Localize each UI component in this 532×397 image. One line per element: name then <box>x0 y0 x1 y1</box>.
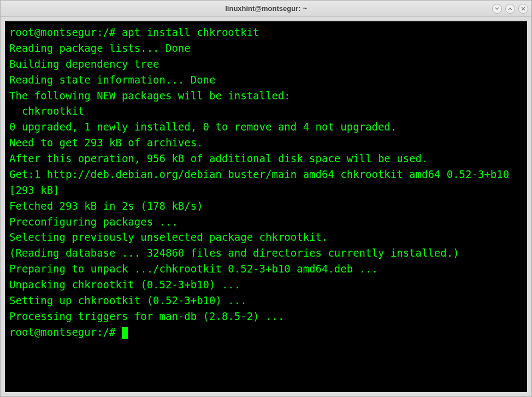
output-line: 0 upgraded, 1 newly installed, 0 to remo… <box>9 119 523 135</box>
window-title: linuxhint@montsegur: ~ <box>225 4 307 13</box>
output-line: After this operation, 956 kB of addition… <box>9 151 523 167</box>
cursor <box>122 327 128 339</box>
output-line: Setting up chkrootkit (0.52-3+b10) ... <box>9 293 523 309</box>
output-line: Preparing to unpack .../chkrootkit_0.52-… <box>9 261 523 277</box>
output-line: Selecting previously unselected package … <box>9 229 523 245</box>
close-button[interactable] <box>518 4 528 14</box>
output-line: The following NEW packages will be insta… <box>9 88 523 104</box>
prompt: root@montsegur:/# <box>9 326 122 338</box>
prompt: root@montsegur:/# <box>9 26 122 38</box>
maximize-button[interactable] <box>505 4 515 14</box>
command-text: apt install chkrootkit <box>122 26 259 38</box>
output-line: Reading state information... Done <box>9 72 523 88</box>
terminal-window: linuxhint@montsegur: ~ root@montsegur:/#… <box>0 0 532 397</box>
window-controls <box>492 4 528 14</box>
terminal-output[interactable]: root@montsegur:/# apt install chkrootkit… <box>5 21 527 392</box>
output-line: Preconfiguring packages ... <box>9 214 523 230</box>
output-line: Building dependency tree <box>9 56 523 72</box>
minimize-icon <box>494 6 500 11</box>
titlebar[interactable]: linuxhint@montsegur: ~ <box>1 1 531 17</box>
output-line: Fetched 293 kB in 2s (178 kB/s) <box>9 198 523 214</box>
output-line: Reading package lists... Done <box>9 40 523 56</box>
maximize-icon <box>507 6 513 11</box>
output-line: chkrootkit <box>9 103 523 119</box>
close-icon <box>521 6 526 11</box>
output-line: Processing triggers for man-db (2.8.5-2)… <box>9 309 523 324</box>
output-line: Get:1 http://deb.debian.org/debian buste… <box>9 167 523 198</box>
output-line: Unpacking chkrootkit (0.52-3+b10) ... <box>9 277 523 293</box>
output-line: Need to get 293 kB of archives. <box>9 135 523 151</box>
minimize-button[interactable] <box>492 4 502 14</box>
output-line: (Reading database ... 324860 files and d… <box>9 245 523 261</box>
terminal-container: root@montsegur:/# apt install chkrootkit… <box>1 17 531 396</box>
